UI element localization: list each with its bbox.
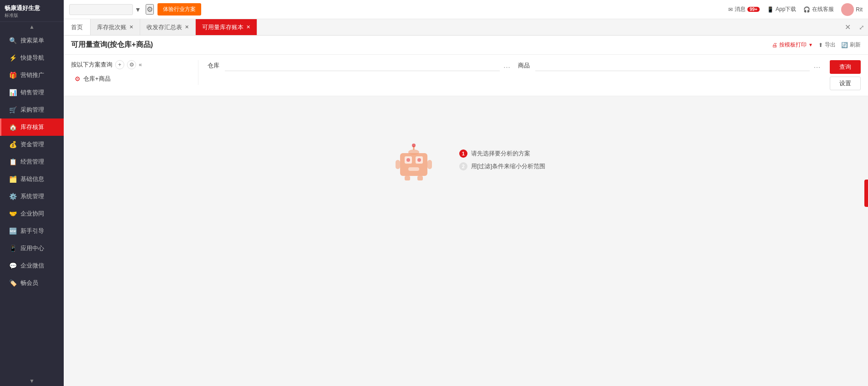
print-icon: 🖨 [772, 42, 777, 48]
marketing-icon: 🎁 [9, 72, 17, 79]
tabs-expand-btn[interactable]: ⤢ [855, 19, 868, 35]
sidebar-item-label: 搜索菜单 [20, 36, 44, 45]
app-download-label: App下载 [776, 5, 796, 13]
sidebar-item-finance[interactable]: 💰 资金管理 [0, 136, 64, 153]
logo-title: 畅康通好生意 [5, 5, 59, 12]
sidebar-item-wechat[interactable]: 💬 企业微信 [0, 257, 64, 274]
svg-rect-0 [400, 153, 427, 176]
sidebar-item-label: 基础信息 [20, 175, 44, 183]
app-download-btn[interactable]: 📱 App下载 [767, 5, 796, 13]
experience-industry-btn[interactable]: 体验行业方案 [157, 3, 201, 15]
page-actions: 🖨 按模板打印 ▼ ⬆ 导出 🔄 刷新 [772, 41, 861, 49]
sidebar-scroll-down[interactable]: ▼ [0, 376, 64, 386]
tab-available-ledger-close[interactable]: ✕ [246, 24, 250, 30]
tab-receive-summary-label: 收发存汇总表 [147, 23, 182, 31]
tab-home[interactable]: 首页 [64, 19, 91, 35]
tip-num-2: 2 [459, 162, 467, 170]
sidebar-item-app-center[interactable]: 📱 应用中心 [0, 240, 64, 257]
sidebar-item-quick-nav[interactable]: ⚡ 快捷导航 [0, 49, 64, 67]
sidebar-item-search[interactable]: 🔍 搜索菜单 [0, 32, 64, 49]
svg-rect-6 [405, 176, 410, 180]
tab-batch-ledger-label: 库存批次账 [97, 23, 127, 31]
filter-warehouse-field: 仓库 … [208, 60, 511, 71]
print-dropdown-icon: ▼ [808, 42, 813, 47]
avatar [841, 3, 854, 16]
edit-scheme-btn[interactable]: ⚙ [127, 60, 136, 69]
tab-available-ledger[interactable]: 可用量库存账本 ✕ [196, 19, 257, 35]
sidebar-item-system[interactable]: ⚙️ 系统管理 [0, 188, 64, 205]
sidebar-item-label: 企业微信 [20, 262, 44, 270]
cooperation-icon: 🤝 [9, 210, 17, 217]
page-header: 可用量查询(按仓库+商品) 🖨 按模板打印 ▼ ⬆ 导出 🔄 刷新 [64, 36, 868, 55]
scheme-item-icon: ⚙ [75, 75, 81, 82]
tab-batch-ledger-close[interactable]: ✕ [129, 24, 133, 30]
sidebar-item-cooperation[interactable]: 🤝 企业协同 [0, 205, 64, 222]
sidebar-item-label: 畅会员 [20, 279, 38, 287]
svg-rect-7 [417, 176, 423, 180]
export-btn[interactable]: ⬆ 导出 [818, 41, 836, 49]
sidebar-item-marketing[interactable]: 🎁 营销推广 [0, 67, 64, 84]
tab-available-ledger-label: 可用量库存账本 [202, 23, 244, 31]
message-btn[interactable]: ✉ 消息 99+ [728, 5, 760, 13]
empty-tip-1: 1 请先选择要分析的方案 [459, 149, 545, 158]
online-service-btn[interactable]: 🎧 在线客服 [803, 5, 834, 13]
warehouse-more-btn[interactable]: … [503, 62, 511, 70]
filter-product-field: 商品 … [518, 60, 821, 71]
topbar-right: ✉ 消息 99+ 📱 App下载 🎧 在线客服 Rit [728, 3, 863, 16]
settings-gear-btn[interactable]: ⚙ [146, 4, 154, 15]
sidebar-scroll-up[interactable]: ▲ [0, 22, 64, 32]
basic-icon: 🗂️ [9, 175, 17, 183]
sidebar-item-label: 营销推广 [20, 71, 44, 79]
settings-button[interactable]: 设置 [830, 77, 861, 90]
product-more-btn[interactable]: … [813, 62, 821, 70]
search-input[interactable] [69, 4, 133, 15]
print-btn[interactable]: 🖨 按模板打印 ▼ [772, 41, 813, 49]
tabs-close-all-btn[interactable]: ✕ [840, 19, 855, 35]
page-content: 可用量查询(按仓库+商品) 🖨 按模板打印 ▼ ⬆ 导出 🔄 刷新 [64, 36, 868, 386]
warehouse-input[interactable] [225, 60, 500, 71]
sidebar-item-guide[interactable]: 🆕 新手引导 [0, 222, 64, 240]
sidebar-item-sales[interactable]: 📊 销售管理 [0, 84, 64, 101]
empty-state: 1 请先选择要分析的方案 2 用[过滤]条件来缩小分析范围 [64, 96, 868, 224]
empty-tips: 1 请先选择要分析的方案 2 用[过滤]条件来缩小分析范围 [459, 149, 545, 170]
sidebar-item-label: 采购管理 [20, 106, 44, 114]
add-scheme-btn[interactable]: + [115, 60, 124, 69]
filter-scheme-header: 按以下方案查询 + ⚙ « [71, 60, 191, 69]
tab-receive-summary-close[interactable]: ✕ [185, 24, 189, 30]
search-dropdown-btn[interactable]: ▼ [135, 6, 141, 13]
collapse-btn[interactable]: « [139, 62, 142, 68]
right-scroll-hint [864, 180, 868, 207]
sidebar-item-label: 新手引导 [20, 227, 44, 235]
guide-icon: 🆕 [9, 227, 17, 235]
svg-point-10 [412, 144, 416, 147]
sidebar-item-member[interactable]: 🏷️ 畅会员 [0, 274, 64, 292]
wechat-icon: 💬 [9, 262, 17, 269]
message-icon: ✉ [728, 6, 733, 13]
refresh-label: 刷新 [850, 41, 861, 49]
sidebar-item-label: 销售管理 [20, 88, 44, 97]
scheme-item-label: 仓库+商品 [83, 75, 111, 83]
filter-scheme-panel: 按以下方案查询 + ⚙ « ⚙ 仓库+商品 [71, 60, 198, 85]
sidebar-item-purchase[interactable]: 🛒 采购管理 [0, 101, 64, 118]
sidebar-item-operation[interactable]: 📋 经营管理 [0, 153, 64, 170]
user-avatar-area[interactable]: Rit [841, 3, 863, 16]
query-button[interactable]: 查询 [830, 60, 861, 74]
svg-point-12 [417, 158, 421, 162]
tab-batch-ledger[interactable]: 库存批次账 ✕ [91, 19, 140, 35]
filter-scheme-label: 按以下方案查询 [71, 61, 112, 69]
refresh-btn[interactable]: 🔄 刷新 [841, 41, 861, 49]
scheme-item-warehouse-product[interactable]: ⚙ 仓库+商品 [71, 73, 191, 85]
operation-icon: 📋 [9, 158, 17, 165]
empty-tip-2: 2 用[过滤]条件来缩小分析范围 [459, 162, 545, 170]
filter-actions: 查询 设置 [821, 60, 861, 90]
svg-point-11 [406, 158, 410, 162]
sidebar-item-label: 企业协同 [20, 210, 44, 218]
sidebar-item-basic[interactable]: 🗂️ 基础信息 [0, 170, 64, 188]
inventory-icon: 🏠 [9, 124, 17, 131]
filter-area: 按以下方案查询 + ⚙ « ⚙ 仓库+商品 仓库 … [64, 55, 868, 96]
svg-rect-3 [408, 167, 419, 171]
product-input[interactable] [535, 60, 810, 71]
sidebar-item-inventory[interactable]: 🏠 库存核算 [0, 118, 64, 136]
tab-receive-summary[interactable]: 收发存汇总表 ✕ [140, 19, 196, 35]
page-title: 可用量查询(按仓库+商品) [71, 40, 153, 50]
